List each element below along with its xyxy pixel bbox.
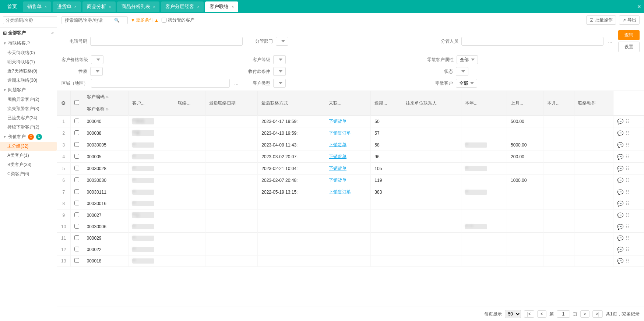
- price-level-select[interactable]: [91, 55, 103, 64]
- my-customers-check[interactable]: [162, 18, 166, 22]
- export-button[interactable]: ↗ 导出: [619, 15, 640, 25]
- payment-select[interactable]: [273, 67, 286, 76]
- per-page-select[interactable]: 50: [505, 310, 521, 318]
- region-input[interactable]: [91, 79, 230, 88]
- more-action-icon[interactable]: ⠿: [626, 224, 629, 230]
- filter-search-icon[interactable]: 🔍: [114, 18, 120, 23]
- sidebar-item-overdue-pending[interactable]: 逾期未联络(30): [0, 76, 57, 85]
- last-page-button[interactable]: >|: [592, 310, 603, 318]
- first-page-button[interactable]: |<: [524, 310, 534, 318]
- contact-icon[interactable]: 💬: [617, 130, 623, 136]
- cell-checkbox[interactable]: [70, 221, 83, 233]
- cell-checkbox[interactable]: [70, 163, 83, 174]
- more-conditions-button[interactable]: ▼ 更多条件 ▲: [131, 17, 159, 23]
- contact-way-link[interactable]: 下销货单: [329, 154, 346, 159]
- sidebar-item-today-pending[interactable]: 今天待联络(0): [0, 48, 57, 57]
- batch-operation-button[interactable]: ☑ 批量操作: [586, 15, 616, 25]
- prev-page-button[interactable]: <: [537, 310, 546, 318]
- close-all-button[interactable]: ×: [637, 3, 641, 11]
- retail-attr-select[interactable]: 全部: [457, 55, 478, 64]
- contact-icon[interactable]: 💬: [617, 189, 623, 195]
- contact-icon[interactable]: 💬: [617, 154, 623, 160]
- th-settings[interactable]: ⚙: [57, 91, 70, 116]
- more-action-icon[interactable]: ⠿: [626, 212, 629, 218]
- phone-input[interactable]: [90, 37, 243, 46]
- cell-checkbox[interactable]: [70, 151, 83, 163]
- sidebar-collapse-icon[interactable]: «: [51, 31, 54, 36]
- sidebar-item-7day-pending[interactable]: 近7天待联络(0): [0, 67, 57, 76]
- more-action-icon[interactable]: ⠿: [626, 130, 629, 136]
- next-page-button[interactable]: >: [580, 310, 590, 318]
- contact-way-link[interactable]: 下销货单: [329, 142, 346, 147]
- sidebar-item-churn-warning[interactable]: 流失预警客户(3): [0, 104, 57, 113]
- retail-customer-select[interactable]: 全部: [456, 79, 477, 88]
- more-action-icon[interactable]: ⠿: [626, 189, 629, 195]
- page-number-input[interactable]: [557, 310, 570, 318]
- more-action-icon[interactable]: ⠿: [626, 154, 629, 160]
- sidebar-group-pending[interactable]: ▼ 待联络客户: [0, 38, 57, 48]
- select-all-checkbox[interactable]: [74, 100, 79, 105]
- dept-select[interactable]: [276, 37, 288, 46]
- more-action-icon[interactable]: ⠿: [626, 258, 629, 264]
- contact-icon[interactable]: 💬: [617, 166, 623, 172]
- sidebar-group-value[interactable]: ▼ 价值客户 C ↻: [0, 132, 57, 142]
- cell-checkbox[interactable]: [70, 174, 83, 186]
- contact-icon[interactable]: 💬: [617, 201, 623, 207]
- tab-customer-tier[interactable]: 客户分层经客 ×: [161, 1, 204, 12]
- cell-checkbox[interactable]: [70, 116, 83, 127]
- contact-icon[interactable]: 💬: [617, 177, 623, 183]
- tab-purchase-close[interactable]: ×: [74, 5, 77, 9]
- sidebar-item-tomorrow-pending[interactable]: 明天待联络(1): [0, 57, 57, 67]
- tab-purchase[interactable]: 进货单 ×: [53, 1, 81, 12]
- more-action-icon[interactable]: ⠿: [626, 247, 629, 253]
- reset-button[interactable]: 设置: [618, 42, 640, 52]
- contact-icon[interactable]: 💬: [617, 212, 623, 218]
- tab-product-analysis[interactable]: 商品分析 ×: [82, 1, 116, 12]
- sidebar-item-churned[interactable]: 已流失客户(24): [0, 113, 57, 123]
- contact-way-link[interactable]: 下销货单: [329, 119, 346, 124]
- sidebar-all-customers[interactable]: ⊞ 全部客户 «: [0, 28, 57, 38]
- sidebar-item-ungrouped[interactable]: 未分组(32): [0, 142, 57, 151]
- customer-type-select[interactable]: [273, 79, 286, 88]
- manager-input[interactable]: [461, 37, 603, 46]
- sidebar-item-c-class[interactable]: C类客户(6): [0, 169, 57, 179]
- tab-product-analysis-list[interactable]: 商品分析列表 ×: [117, 1, 160, 12]
- sidebar-item-b-class[interactable]: B类客户(33): [0, 160, 57, 169]
- sidebar-item-a-class[interactable]: A类客户(1): [0, 151, 57, 160]
- customer-level-select[interactable]: [273, 55, 286, 64]
- sidebar-group-problem[interactable]: ▼ 问题客户: [0, 85, 57, 95]
- cell-checkbox[interactable]: [70, 186, 83, 198]
- more-action-icon[interactable]: ⠿: [626, 201, 629, 207]
- contact-icon[interactable]: 💬: [617, 247, 623, 253]
- more-action-icon[interactable]: ⠿: [626, 235, 629, 241]
- cell-checkbox[interactable]: [70, 127, 83, 139]
- tab-product-analysis-close[interactable]: ×: [109, 5, 111, 9]
- tab-customer-tier-close[interactable]: ×: [197, 5, 199, 9]
- more-action-icon[interactable]: ⠿: [626, 142, 629, 148]
- sidebar-item-abnormal[interactable]: 囤购异常客户(2): [0, 95, 57, 104]
- contact-icon[interactable]: 💬: [617, 235, 623, 241]
- contact-icon[interactable]: 💬: [617, 258, 623, 264]
- filter-search-input[interactable]: [65, 18, 113, 23]
- tab-product-analysis-list-close[interactable]: ×: [153, 5, 155, 9]
- contact-icon[interactable]: 💬: [617, 119, 623, 124]
- nature-select[interactable]: [90, 67, 103, 76]
- manager-dots[interactable]: ...: [606, 38, 614, 44]
- sidebar-item-declining[interactable]: 持续下滑客户(2): [0, 123, 57, 132]
- cell-checkbox[interactable]: [70, 139, 83, 151]
- more-action-icon[interactable]: ⠿: [626, 166, 629, 172]
- tab-home[interactable]: 首页: [3, 1, 21, 12]
- contact-way-link[interactable]: 下销货单: [329, 166, 346, 171]
- cell-checkbox[interactable]: [70, 198, 83, 209]
- settings-icon[interactable]: ⚙: [61, 100, 66, 106]
- tab-sales[interactable]: 销售单 ×: [23, 1, 51, 12]
- tab-customer-contact-close[interactable]: ×: [232, 5, 234, 9]
- more-action-icon[interactable]: ⠿: [626, 177, 629, 183]
- cell-checkbox[interactable]: [70, 244, 83, 255]
- tab-customer-contact[interactable]: 客户联络 ×: [205, 1, 238, 12]
- cell-checkbox[interactable]: [70, 233, 83, 244]
- th-code[interactable]: 客户编码 ⇅: [83, 91, 129, 103]
- contact-way-link[interactable]: 下销货单: [329, 177, 346, 183]
- cell-checkbox[interactable]: [70, 209, 83, 221]
- contact-way-link[interactable]: 下销售订单: [329, 189, 351, 194]
